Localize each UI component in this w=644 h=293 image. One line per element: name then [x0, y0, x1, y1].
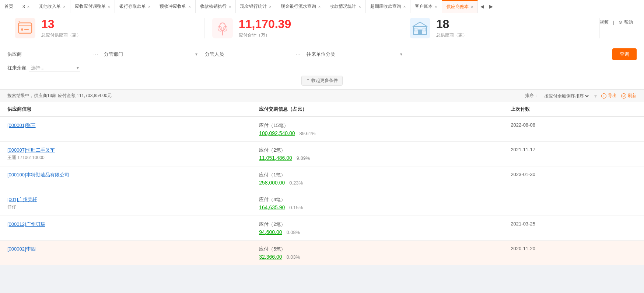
nav-tab-prepay-offset[interactable]: 预收冲应收单 × [155, 0, 195, 13]
nav-tab-receipt-stat[interactable]: 收款情况统计 × [325, 0, 365, 13]
svg-point-3 [21, 28, 23, 31]
person-dots-icon[interactable]: ··· [295, 51, 300, 58]
payable-amount-5[interactable]: 94,600.00 [259, 229, 282, 235]
table-row: [001]广州荣轩 仔仔 应付 （4笔） 164,635.90 0.15% [0, 191, 644, 216]
filter-row-2: 往来余额 选择... [7, 64, 637, 72]
stat-amount-label: 应付合计（万） [239, 32, 291, 38]
sort-arrow-icon: ▾ [594, 93, 597, 99]
close-icon[interactable]: × [435, 4, 437, 9]
supplier-info-1: [000001]张三 [7, 122, 259, 129]
sort-select[interactable]: 按应付余额倒序排序 [543, 93, 590, 99]
payable-count-label-4: 应付 [259, 196, 269, 203]
supplier-link-5[interactable]: [000012]广州贝瑞 [7, 221, 259, 228]
refresh-label: 刷新 [628, 93, 637, 99]
query-button[interactable]: 查询 [612, 48, 637, 60]
nav-tab-overdue-ar[interactable]: 超期应收款查询 × [366, 0, 410, 13]
result-right: 排序： 按应付余额倒序排序 ▾ ↓ 导出 ↺ 刷新 [525, 93, 637, 99]
supplier-link-4[interactable]: [001]广州荣轩 [7, 196, 259, 203]
collapse-icon: ⌃ [306, 78, 310, 83]
nav-tab-ar-ap-adjust[interactable]: 应收应付调整单 × [70, 0, 115, 13]
payable-info-2: 应付 （2笔） 11,051,486.00 9.89% [259, 147, 511, 161]
col-header-payable: 应付交易信息（占比） [259, 106, 511, 113]
supplier-info-2: [000007]恒旺二手叉车 王通 17106110000 [7, 147, 259, 161]
payable-percent-3: 0.23% [289, 180, 303, 186]
nav-tab-receipt-exec[interactable]: 收款核销执行 × [196, 0, 236, 13]
supplier-link-3[interactable]: [000100]本特勤油品有限公司 [7, 172, 259, 178]
nav-tab-cash-flow-query[interactable]: 现金银行流水查询 × [276, 0, 325, 13]
table-header: 供应商信息 应付交易信息（占比） 上次付数 [0, 102, 644, 117]
payable-amount-6[interactable]: 32,366.00 [259, 254, 282, 260]
payable-amount-4[interactable]: 164,635.90 [259, 204, 285, 210]
payable-info-5: 应付 （2笔） 94,600.00 0.08% [259, 221, 511, 235]
payable-percent-6: 0.03% [286, 254, 300, 260]
collapse-button[interactable]: ⌃ 收起更多条件 [301, 76, 343, 86]
category-select[interactable] [337, 50, 404, 58]
dept-select[interactable] [125, 50, 199, 58]
refresh-icon: ↺ [621, 93, 626, 99]
payable-count-label-1: 应付 [259, 122, 269, 129]
stat-amount-number: 11,170.39 [239, 18, 291, 31]
payable-percent-2: 9.89% [297, 155, 310, 161]
payable-percent-4: 0.15% [289, 205, 303, 210]
close-icon[interactable]: × [229, 4, 231, 9]
export-icon: ↓ [601, 93, 606, 99]
close-icon[interactable]: × [27, 4, 29, 9]
filter-supplier: 供应商 ··· [7, 50, 98, 58]
close-icon[interactable]: × [403, 4, 406, 9]
last-payment-6: 2020-11-20 [511, 246, 637, 251]
wheat-icon [212, 18, 233, 38]
supplier-link-2[interactable]: [000007]恒旺二手叉车 [7, 147, 259, 154]
close-icon[interactable]: × [471, 5, 473, 9]
nav-tab-other-income[interactable]: 其他收入单 × [34, 0, 70, 13]
payable-amount-2[interactable]: 11,051,486.00 [259, 155, 292, 161]
supplier-input[interactable] [24, 50, 90, 58]
export-button[interactable]: ↓ 导出 [601, 93, 617, 99]
top-right-links: 视频 | ⊙ 帮助 [600, 18, 637, 25]
close-icon[interactable]: × [269, 4, 271, 9]
filter-category: 往来单位分类 [307, 50, 404, 58]
store-icon [410, 18, 430, 38]
result-bar: 搜索结果中，供应商13家 应付金额 111,703,854.00元 排序： 按应… [0, 90, 644, 102]
person-label: 分管人员 [205, 51, 224, 58]
payable-count-4: （4笔） [269, 196, 286, 203]
supplier-link-1[interactable]: [000001]张三 [7, 122, 259, 129]
stat-supplier-content: 18 总供应商（家） [436, 18, 467, 38]
payable-amount-3[interactable]: 258,000.00 [259, 180, 285, 186]
payable-count-6: （5笔） [269, 246, 286, 252]
payable-count-1: （15笔） [269, 122, 288, 129]
nav-left-arrow[interactable]: ◀ [478, 0, 487, 13]
payable-info-1: 应付 （15笔） 100,092,540.00 89.61% [259, 122, 511, 136]
last-payment-2: 2021-11-17 [511, 147, 637, 152]
payable-amount-1[interactable]: 100,092,540.00 [259, 130, 295, 136]
help-link[interactable]: ⊙ 帮助 [619, 19, 633, 25]
filter-row-1: 供应商 ··· 分管部门 分管人员 ··· 往来单位分类 [7, 48, 637, 60]
export-label: 导出 [608, 93, 617, 99]
video-link[interactable]: 视频 [600, 19, 609, 25]
nav-tab-3[interactable]: 3 × [18, 0, 34, 13]
main-table: 供应商信息 应付交易信息（占比） 上次付数 [000001]张三 应付 （15笔… [0, 102, 644, 265]
stats-bar: ¥ 13 总应付供应商（家） 11,170.39 应付合计（万） [0, 13, 644, 43]
close-icon[interactable]: × [63, 4, 65, 9]
payable-count-5: （2笔） [269, 221, 286, 228]
nav-tab-customer-ledger[interactable]: 客户账本 × [410, 0, 442, 13]
nav-tab-home[interactable]: 首页 [0, 0, 18, 13]
nav-tab-cash-bank-stat[interactable]: 现金银行统计 × [236, 0, 276, 13]
svg-rect-4 [24, 29, 29, 30]
balance-select-wrap: 选择... [29, 64, 80, 72]
payable-count-label-3: 应付 [259, 172, 269, 178]
close-icon[interactable]: × [188, 4, 190, 9]
payable-percent-1: 89.61% [300, 131, 316, 136]
close-icon[interactable]: × [108, 4, 110, 9]
supplier-link-6[interactable]: [000002]李四 [7, 246, 259, 252]
close-icon[interactable]: × [318, 4, 321, 9]
nav-tab-supplier-ledger[interactable]: 供应商账本 × [442, 0, 478, 13]
balance-select[interactable]: 选择... [29, 64, 80, 72]
person-input[interactable] [226, 50, 293, 58]
nav-tab-bank-deposit[interactable]: 银行存取款单 × [115, 0, 155, 13]
supplier-dots-icon[interactable]: ··· [93, 51, 98, 58]
refresh-button[interactable]: ↺ 刷新 [621, 93, 637, 99]
close-icon[interactable]: × [358, 4, 361, 9]
nav-right-arrow[interactable]: ▶ [487, 0, 496, 13]
close-icon[interactable]: × [148, 4, 150, 9]
svg-rect-11 [410, 18, 430, 38]
